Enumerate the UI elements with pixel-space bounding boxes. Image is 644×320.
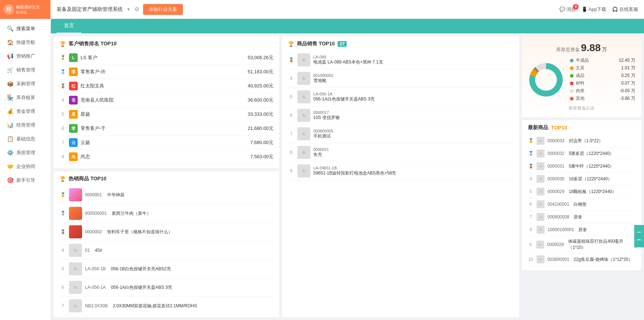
message-icon: 💬	[559, 7, 565, 12]
product-rank-code-6: 0000017	[313, 110, 513, 115]
system-name: 装备及固定资产辅助管理系统	[57, 6, 123, 13]
app-download-button[interactable]: 📱 App下载	[582, 6, 606, 13]
customer-name-2: 零售客户-许	[81, 69, 245, 75]
system-icon: ⚙️	[7, 149, 13, 156]
rank-item: 4 苍 苍南县人民医院 36,600.00元	[60, 93, 273, 107]
new-product-code-10: 003800001	[547, 257, 569, 262]
sidebar-item-basic[interactable]: 📋 基础信息	[0, 132, 50, 146]
sidebar-item-purchase[interactable]: 📦 采购管理	[0, 77, 50, 91]
sidebar-item-system[interactable]: ⚙️ 系统管理	[0, 146, 50, 160]
legend-item-finished: 成品 0.25 万	[570, 73, 635, 79]
product-name-6: 056-1A白色按键开关盖ABS 3壳	[111, 284, 172, 291]
hot-product-item: 🥇 0000001 中华神器	[60, 186, 273, 204]
dropdown-arrow-icon[interactable]: ▼	[126, 7, 131, 12]
inventory-label: 库存总资金	[556, 47, 580, 52]
basic-icon: 📋	[7, 136, 13, 142]
sidebar-item-sales[interactable]: 🛒 销售管理	[0, 63, 50, 77]
sidebar-item-marketing[interactable]: 📢 营销推广	[0, 49, 50, 63]
trial-button[interactable]: 体验行业方案	[143, 4, 183, 15]
new-product-name-5: 18颗粒板（1220*2440）	[569, 189, 616, 195]
legend-value-semifinished: 12.45 万	[619, 57, 635, 63]
customer-name-4: 苍南县人民医院	[81, 97, 245, 103]
product-icon-7: Ai	[69, 299, 82, 312]
legend-name-meat: 肉类	[576, 88, 617, 94]
topbar-actions: 💬 消息 6 📱 App下载 🎧 在线客服	[559, 6, 638, 13]
hot-rank-6: 6	[60, 285, 66, 290]
page-tabs: 首页	[51, 19, 644, 33]
customer-avatar-5: 星	[69, 110, 78, 119]
sidebar-nav: 🔍 搜索菜单 🏠 快捷导航 📢 营销推广 🛒 销售管理 📦 采购管理 🏪 库存核…	[0, 19, 50, 320]
hot-product-item: 🥉 0000002 智利车子里（规格不知道填什么）	[60, 223, 273, 241]
product-rank-item-5: 5 Ai LA-056-1A 056-1A白色按键开关盖ABS 3壳	[288, 88, 513, 106]
new-product-name-8: 原奎	[578, 227, 587, 233]
customer-amount-8: 7,563.00元	[250, 153, 273, 160]
phone-icon: 📱	[582, 7, 587, 12]
product-rank-code-9: LA-59651-1B	[313, 166, 513, 170]
product-name-2: 新西兰牛肉（新牛）	[112, 210, 151, 217]
float-btn-community[interactable]: 服务社区	[634, 233, 644, 240]
sidebar-item-nav[interactable]: 🏠 快捷导航	[0, 36, 50, 49]
legend-name-materials: 材料	[576, 80, 619, 86]
legend-item-materials: 材料 0.07 万	[570, 80, 635, 86]
settings-icon[interactable]: ⚙	[134, 6, 139, 13]
product-code-6: LA-056-1A	[85, 285, 106, 290]
sidebar-item-finance[interactable]: 💰 资金管理	[0, 104, 50, 118]
new-product-num-3: 🥉	[528, 164, 534, 169]
tab-home[interactable]: 首页	[57, 19, 81, 33]
product-rank-icon-8: Ai	[297, 146, 310, 159]
product-rank-icon-3: Ai	[297, 53, 310, 66]
rank-item: 6 零 零售客户-于 21,680.00元	[60, 122, 273, 136]
sidebar-item-company[interactable]: 🤝 企业协同	[0, 160, 50, 173]
product-rank-num-6: 6	[288, 113, 294, 118]
legend-value-materials: 0.07 万	[621, 80, 635, 86]
float-btn-service[interactable]: 客服热线	[634, 225, 644, 233]
left-panel: 🏆 客户销售排名 TOP10 🥇 L LS 客户 53,006.26元 🥈	[51, 33, 521, 320]
product-rank-num-4: 4	[288, 76, 294, 81]
legend-name-stationery: 文具	[576, 65, 619, 71]
home-icon: 🏠	[7, 39, 13, 46]
product-rank-icon-9: Ai	[297, 164, 310, 177]
product-rank-item-8: 8 Ai 0000021 夹壳	[288, 143, 513, 162]
product-name-4: 45#	[95, 248, 102, 253]
float-btn-live[interactable]: 直播	[634, 240, 644, 247]
customer-name-1: LS 客户	[81, 54, 245, 61]
new-product-num-10: 10	[528, 257, 534, 262]
inventory-header: 库存总资金 9.88 万	[528, 42, 635, 54]
legend-dot-other	[570, 97, 574, 100]
operations-icon: 📊	[7, 122, 13, 128]
legend-dot-meat	[570, 89, 574, 93]
online-service-button[interactable]: 🎧 在线客服	[612, 6, 638, 13]
legend-dot-semifinished	[570, 59, 574, 62]
messages-button[interactable]: 💬 消息 6	[559, 6, 576, 13]
new-product-code-5: 0000029	[547, 189, 564, 194]
rank-medal-2: 🥈	[60, 69, 66, 74]
customer-avatar-6: 零	[69, 124, 78, 133]
inventory-amount: 9.88	[581, 42, 601, 53]
new-product-item-6: 6 Ai 004100001 白钢垫	[528, 198, 635, 211]
sidebar-item-guide[interactable]: 🎯 新手引导	[0, 173, 50, 187]
product-rank-medal-3: 🥉	[288, 57, 294, 62]
guide-icon: 🎯	[7, 177, 13, 184]
rank-item: 5 星 星扬 33,333.00元	[60, 107, 273, 122]
sidebar-item-operations[interactable]: 📊 经营管理	[0, 118, 50, 132]
product-image-2	[69, 207, 82, 220]
sidebar-item-inventory[interactable]: 🏪 库存核算	[0, 91, 50, 104]
inventory-icon: 🏪	[7, 94, 13, 101]
topbar: 装备及固定资产辅助管理系统 ▼ ⚙ 体验行业方案 💬 消息 6 📱 App下载 …	[51, 0, 644, 19]
customer-amount-4: 36,600.00元	[248, 97, 273, 103]
legend-value-other: -3.86 万	[620, 95, 635, 102]
rank-num-7: 7	[60, 140, 66, 145]
legend-name-other: 其他	[576, 95, 617, 102]
product-rank-icon-6: Ai	[297, 109, 310, 122]
purchase-icon: 📦	[7, 81, 13, 87]
logo-text: 畅捷通好生意 标准版	[16, 4, 40, 14]
rank-item: 8 尚 尚态 7,563.00元	[60, 150, 273, 164]
hot-rank-7: 7	[60, 303, 66, 308]
new-product-icon-5: Ai	[537, 188, 545, 196]
legend-item-stationery: 文具 1.01 万	[570, 65, 635, 71]
sidebar-item-search[interactable]: 🔍 搜索菜单	[0, 22, 50, 36]
float-buttons: 客服热线 服务社区 直播	[634, 225, 644, 247]
rank-num-4: 4	[60, 98, 66, 103]
product-name-3: 智利车子里（规格不知道填什么）	[107, 229, 172, 235]
donut-chart	[528, 62, 564, 99]
